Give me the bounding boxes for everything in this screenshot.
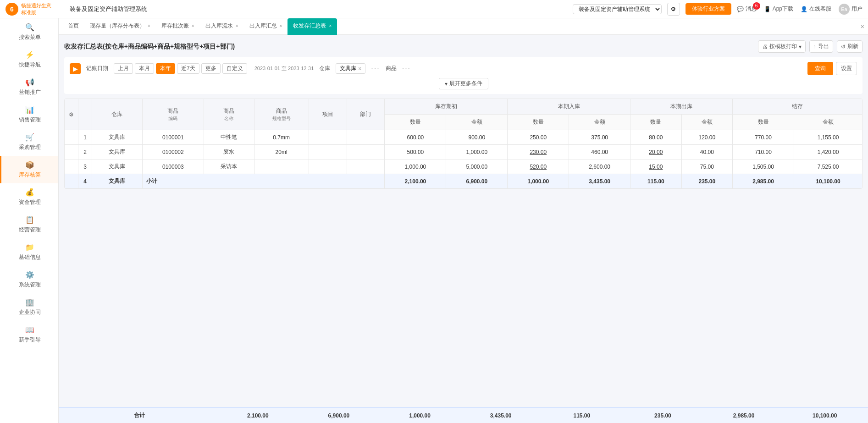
date-filter-label: 记账日期	[86, 65, 108, 72]
row-start-qty-cell: 1,000.00	[385, 159, 446, 174]
expand-more-button[interactable]: ▾ 展开更多条件	[439, 78, 488, 89]
sidebar-item-label: 基础信息	[19, 253, 41, 261]
tab-inventory-dist[interactable]: 现存量（库存分布表） ×	[84, 18, 156, 35]
row-goods-name-cell: 采访本	[204, 159, 254, 174]
goods-more-dots[interactable]: ···	[402, 65, 411, 73]
sidebar-item-system[interactable]: ⚙️ 系统管理	[0, 266, 58, 293]
system-icon: ⚙️	[25, 270, 34, 279]
export-button[interactable]: ↑ 导出	[809, 40, 833, 53]
tab-label: 出入库汇总	[249, 22, 277, 30]
curr-year-button[interactable]: 本年	[156, 63, 175, 74]
total-out-qty: 115.00	[542, 412, 623, 419]
tab-close-icon[interactable]: ×	[236, 23, 238, 28]
row-in-qty-cell[interactable]: 230.00	[508, 145, 569, 159]
table-settings-icon[interactable]: ⚙	[69, 111, 74, 118]
tab-stock-summary[interactable]: 收发存汇总表 ×	[287, 18, 337, 35]
warehouse-more-dots[interactable]: ···	[371, 65, 380, 73]
out-qty-link[interactable]: 80.00	[649, 134, 663, 141]
table-header-project: 项目	[309, 99, 347, 130]
tab-batch[interactable]: 库存批次账 ×	[156, 18, 200, 35]
sales-icon: 📊	[25, 105, 34, 114]
in-qty-link[interactable]: 520.00	[530, 164, 547, 170]
row-bal-qty-cell: 710.00	[733, 145, 794, 159]
subtotal-warehouse-cell: 文具库	[92, 174, 143, 189]
row-in-amt-cell: 375.00	[569, 130, 630, 145]
sidebar-item-marketing[interactable]: 📢 营销推广	[0, 73, 58, 101]
tab-close-icon[interactable]: ×	[329, 23, 332, 28]
data-table: ⚙ 仓库 商品编码 商品名称 商品规格型号 项目 部门 库存期初 本期入库 本期…	[64, 99, 862, 189]
warehouse-tag-close-button[interactable]: ×	[358, 66, 361, 72]
sidebar-item-basic-info[interactable]: 📁 基础信息	[0, 238, 58, 266]
filter-expand-button[interactable]: ▶	[70, 63, 81, 74]
tab-bar: 首页 现存量（库存分布表） × 库存批次账 × 出入库流水 × 出入库汇总 × …	[59, 18, 868, 35]
table-header-settings: ⚙	[65, 99, 78, 130]
row-out-qty-cell[interactable]: 80.00	[630, 130, 681, 145]
system-selector[interactable]: 装备及固定资产辅助管理系统	[573, 4, 662, 14]
sidebar-item-inventory[interactable]: 📦 库存核算	[0, 156, 58, 183]
row-num-cell: 1	[78, 130, 92, 145]
row-in-qty-cell[interactable]: 520.00	[508, 159, 569, 174]
subtotal-out-qty-link[interactable]: 115.00	[647, 178, 664, 185]
subtotal-start-amt-cell: 6,900.00	[446, 174, 508, 189]
table-header-goods-code: 商品编码	[142, 99, 204, 130]
query-button[interactable]: 查询	[807, 62, 833, 75]
message-badge: 6	[753, 2, 760, 10]
tab-home[interactable]: 首页	[62, 18, 84, 35]
curr-month-button[interactable]: 本月	[135, 63, 154, 74]
row-in-qty-cell[interactable]: 250.00	[508, 130, 569, 145]
subtotal-in-qty-link[interactable]: 1,000.00	[527, 178, 549, 185]
custom-date-button[interactable]: 自定义	[222, 63, 247, 74]
print-icon: 🖨	[762, 44, 768, 50]
app-download-button[interactable]: 📱 App下载	[764, 5, 793, 13]
table-subheader-out-amt: 金额	[681, 115, 732, 130]
row-out-qty-cell[interactable]: 15.00	[630, 159, 681, 174]
row-start-qty-cell: 500.00	[385, 145, 446, 159]
sidebar-item-purchase[interactable]: 🛒 采购管理	[0, 128, 58, 156]
sidebar-item-finance[interactable]: 💰 资金管理	[0, 183, 58, 211]
filter-settings-button[interactable]: 设置	[836, 62, 857, 75]
sidebar-item-enterprise[interactable]: 🏢 企业协同	[0, 293, 58, 321]
prev-month-button[interactable]: 上月	[114, 63, 133, 74]
tab-bar-close-button[interactable]: ×	[861, 23, 864, 30]
try-button[interactable]: 体验行业方案	[686, 3, 731, 15]
tab-close-icon[interactable]: ×	[280, 23, 282, 28]
row-out-qty-cell[interactable]: 20.00	[630, 145, 681, 159]
print-button[interactable]: 🖨 按模板打印 ▾	[758, 40, 806, 53]
row-warehouse-cell: 文具库	[92, 130, 143, 145]
message-button[interactable]: 💬 消息 6	[737, 5, 757, 13]
tab-close-icon[interactable]: ×	[148, 23, 150, 28]
in-qty-link[interactable]: 230.00	[530, 149, 547, 155]
row-start-qty-cell: 600.00	[385, 130, 446, 145]
row-goods-name-cell: 胶水	[204, 145, 254, 159]
table-header-goods-spec: 商品规格型号	[254, 99, 309, 130]
more-date-button[interactable]: 更多	[201, 63, 221, 74]
user-area[interactable]: Ea 用户	[839, 4, 862, 15]
row-dept-cell	[347, 145, 385, 159]
sidebar-item-label: 新手引导	[19, 336, 41, 344]
7days-button[interactable]: 近7天	[177, 63, 199, 74]
sidebar-item-label: 营销推广	[19, 88, 41, 96]
sidebar-item-search[interactable]: 🔍 搜索菜单	[0, 18, 58, 46]
online-service-button[interactable]: 👤 在线客服	[801, 5, 831, 13]
tab-flow[interactable]: 出入库流水 ×	[200, 18, 244, 35]
chevron-down-icon: ▾	[445, 81, 448, 87]
gear-button[interactable]: ⚙	[667, 3, 680, 16]
total-out-amt: 235.00	[622, 412, 703, 419]
refresh-button[interactable]: ↺ 刷新	[837, 40, 862, 53]
table-subheader-in-amt: 金额	[569, 115, 630, 130]
sidebar-item-operation[interactable]: 📋 经营管理	[0, 211, 58, 238]
tab-summary[interactable]: 出入库汇总 ×	[244, 18, 288, 35]
in-qty-link[interactable]: 250.00	[530, 134, 547, 141]
app-download-label: App下载	[773, 5, 793, 13]
sidebar-item-sales[interactable]: 📊 销售管理	[0, 101, 58, 128]
tab-close-icon[interactable]: ×	[192, 23, 194, 28]
sidebar-item-quick-nav[interactable]: ⚡ 快捷导航	[0, 46, 58, 73]
enterprise-icon: 🏢	[25, 298, 34, 307]
sidebar-item-guide[interactable]: 📖 新手引导	[0, 321, 58, 348]
out-qty-link[interactable]: 15.00	[649, 164, 663, 170]
out-qty-link[interactable]: 20.00	[649, 149, 663, 155]
system-title: 装备及固定资产辅助管理系统	[70, 5, 567, 13]
filter-section: ▶ 记账日期 上月 本月 本年 近7天 更多 自定义 2023-01-01 至 …	[64, 57, 862, 94]
avatar: Ea	[839, 4, 850, 15]
table-header-goods-name: 商品名称	[204, 99, 254, 130]
